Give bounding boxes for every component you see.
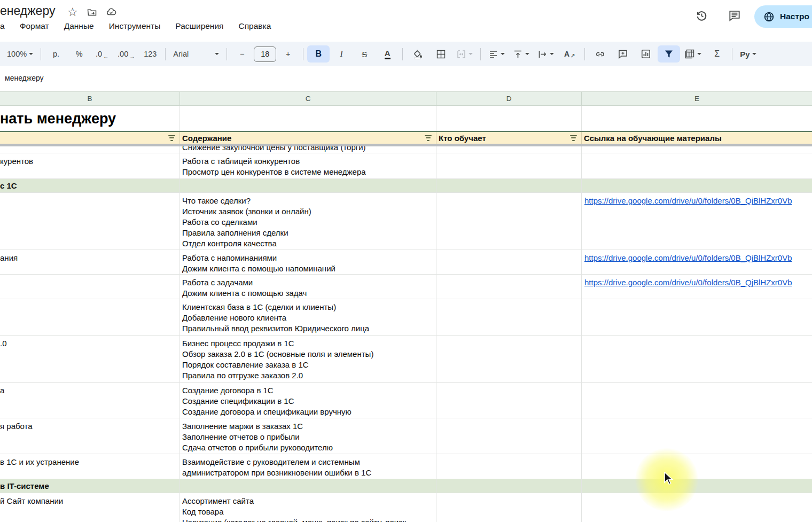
header-cell-link[interactable]: Ссылка на обучающие материалы [582,132,812,144]
history-icon[interactable] [694,9,709,23]
menu-item-extensions[interactable]: Расширения [175,21,223,31]
text-color-button[interactable]: A [376,45,399,63]
cell[interactable] [436,299,582,335]
cell[interactable]: нать менеджеру [0,106,180,131]
drive-link[interactable]: https://drive.google.com/drive/u/0/folde… [582,277,792,288]
cell[interactable] [582,299,812,335]
menu-item-data[interactable]: Данные [64,21,94,31]
cell[interactable]: й Сайт компании [0,493,180,522]
menu-item-partial[interactable]: а [0,21,5,31]
create-filter-button[interactable] [658,45,680,63]
cell[interactable] [582,493,812,522]
decrease-font-size-button[interactable]: − [231,45,253,63]
cell[interactable] [436,383,582,418]
cell[interactable] [436,106,582,131]
fill-color-button[interactable] [407,45,429,63]
input-tools-button[interactable]: Ру [736,45,760,63]
cell[interactable]: Работа с напоминаниями Дожим клиента с п… [180,250,436,274]
cell[interactable]: Работа с задачами Дожим клиента с помощь… [180,275,436,299]
cell[interactable]: https://drive.google.com/drive/u/0/folde… [582,250,812,274]
cell[interactable] [436,250,582,274]
formula-bar[interactable]: менеджеру [0,66,812,91]
cell[interactable] [436,479,582,493]
menu-item-tools[interactable]: Инструменты [109,21,161,31]
share-button[interactable]: Настро [754,5,812,28]
document-title[interactable]: енеджеру [0,4,55,18]
italic-button[interactable]: I [330,45,353,63]
cell[interactable] [436,493,582,522]
zoom-control[interactable]: 100% [3,45,37,63]
cell[interactable] [582,146,812,153]
star-icon[interactable]: ☆ [67,6,78,18]
menu-item-help[interactable]: Справка [238,21,271,31]
more-formats-button[interactable]: 123 [139,45,161,63]
cell[interactable]: Заполнение маржи в заказах 1С Заполнение… [180,418,436,454]
cell[interactable] [436,193,582,250]
cell[interactable]: Создание договора в 1С Создание специфик… [180,383,436,418]
cell[interactable]: а [0,383,180,418]
drive-link[interactable]: https://drive.google.com/drive/u/0/folde… [582,253,792,263]
cell[interactable] [0,193,180,250]
cell[interactable] [582,383,812,418]
vertical-align-button[interactable] [509,45,533,63]
cell[interactable] [180,179,436,192]
cell[interactable]: я работа [0,418,180,454]
cell[interactable]: с 1С [0,179,180,192]
text-wrap-button[interactable] [534,45,558,63]
cell[interactable]: в 1С и их устранение [0,454,180,479]
menu-item-format[interactable]: Формат [20,21,49,31]
cell[interactable]: .0 [0,336,180,382]
borders-button[interactable] [430,45,452,63]
horizontal-align-button[interactable] [485,45,509,63]
cell[interactable]: Взаимодействие с руководителем и системн… [180,454,436,479]
filter-button-icon[interactable] [168,135,175,141]
cell[interactable]: Клиентская база в 1С (сделки и клиенты) … [180,299,436,335]
cell[interactable] [582,336,812,382]
cell[interactable] [582,106,812,131]
cell[interactable]: Снижение закупочной цены у поставщика (т… [180,146,436,153]
bold-button[interactable]: B [307,45,330,63]
cell[interactable]: Бизнес процесс продажи в 1С Обзор заказа… [180,336,436,382]
drive-link[interactable]: https://drive.google.com/drive/u/0/folde… [582,196,792,206]
cell[interactable] [180,106,436,131]
cell[interactable]: Ассортимент сайта Код товара Навигация (… [180,493,436,522]
filter-button-icon[interactable] [425,135,432,141]
cell[interactable] [436,179,582,192]
cell[interactable]: курентов [0,153,180,178]
font-name-select[interactable]: Arial [169,45,223,63]
cell[interactable] [180,479,436,493]
col-header-e[interactable]: E [582,92,812,105]
cell[interactable] [0,275,180,299]
insert-link-button[interactable] [589,45,611,63]
cell[interactable] [582,479,812,493]
cell[interactable] [582,179,812,192]
cell[interactable] [582,418,812,454]
move-folder-icon[interactable] [87,7,97,18]
cell[interactable]: https://drive.google.com/drive/u/0/folde… [582,193,812,250]
header-cell-content[interactable]: Содержание [180,132,436,144]
cell[interactable]: Работа с таблицей конкурентов Просмотр ц… [180,153,436,178]
col-header-c[interactable]: C [180,92,436,105]
decrease-decimal-button[interactable]: .0← [91,45,113,63]
strikethrough-button[interactable]: S [353,45,376,63]
merge-cells-button[interactable] [452,45,477,63]
functions-button[interactable]: Σ [706,45,728,63]
filter-views-button[interactable] [681,45,705,63]
cell[interactable]: в IT-системе [0,479,180,493]
cell[interactable] [0,299,180,335]
percent-format-button[interactable]: % [68,45,90,63]
increase-decimal-button[interactable]: .00→ [114,45,138,63]
cell[interactable] [436,153,582,178]
cell[interactable]: https://drive.google.com/drive/u/0/folde… [582,275,812,299]
filter-button-icon[interactable] [570,135,577,141]
cell[interactable] [582,454,812,479]
insert-chart-button[interactable] [635,45,657,63]
cell[interactable] [436,454,582,479]
cell[interactable] [436,418,582,454]
cell[interactable] [0,146,180,153]
cell[interactable] [436,146,582,153]
increase-font-size-button[interactable]: + [277,45,299,63]
cell[interactable] [582,153,812,178]
cell[interactable] [436,336,582,382]
cell[interactable]: Что такое сделки? Источник заявок (звонк… [180,193,436,250]
